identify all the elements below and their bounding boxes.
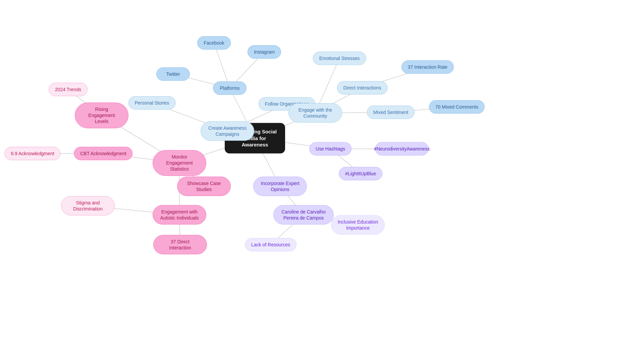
platforms-node[interactable]: Platforms [213, 81, 247, 95]
showcase-case-studies-node[interactable]: Showcase Case Studies [177, 177, 231, 196]
neurodiversity-node[interactable]: #NeurodiversityAwareness [375, 142, 429, 156]
twitter-node[interactable]: Twitter [156, 67, 190, 81]
create-awareness-node[interactable]: Create Awareness Campaigns [201, 121, 254, 141]
mixed-sentiment-node[interactable]: Mixed Sentiment [367, 106, 415, 119]
facebook-node[interactable]: Facebook [197, 36, 231, 50]
lack-resources-node[interactable]: Lack of Resources [245, 238, 297, 251]
stigma-node[interactable]: Stigma and Discrimination [61, 196, 115, 216]
personal-stories-node[interactable]: Personal Stories [128, 96, 176, 110]
emotional-stresses-node[interactable]: Emotional Stresses [313, 52, 366, 65]
37-direct-interaction-node[interactable]: 37 Direct Interaction [153, 235, 207, 254]
6-9-acknowledgment-node[interactable]: 6.9 Acknowledgment [4, 147, 60, 160]
use-hashtags-node[interactable]: Use Hashtags [309, 142, 352, 156]
inclusive-education-node[interactable]: Inclusive Education Importance [331, 215, 385, 235]
cbt-acknowledgment-node[interactable]: CBT Acknowledgment [74, 147, 132, 160]
37-interaction-rate-node[interactable]: 37 Interaction Rate [401, 60, 454, 74]
incorporate-expert-node[interactable]: Incorporate Expert Opinions [253, 177, 307, 196]
trends-2024-node[interactable]: 2024 Trends [49, 83, 88, 96]
70-mixed-comments-node[interactable]: 70 Mixed Comments [429, 100, 485, 114]
direct-interactions-node[interactable]: Direct Interactions [337, 81, 388, 95]
lightitupblue-node[interactable]: #LightItUpBlue [339, 167, 382, 180]
instagram-node[interactable]: Instagram [248, 45, 281, 59]
caroline-node[interactable]: Caroline de Carvalho Pereira de Campos [273, 205, 334, 225]
monitor-engagement-node[interactable]: Monitor Engagement Statistics [153, 150, 206, 176]
mindmap-container: Harnessing Social Media for AwarenessFac… [0, 0, 644, 363]
engage-community-node[interactable]: Engage with the Community [288, 103, 342, 123]
rising-engagement-node[interactable]: Rising Engagement Levels [75, 103, 128, 128]
engagement-autistic-node[interactable]: Engagement with Autistic Individuals [153, 205, 206, 225]
